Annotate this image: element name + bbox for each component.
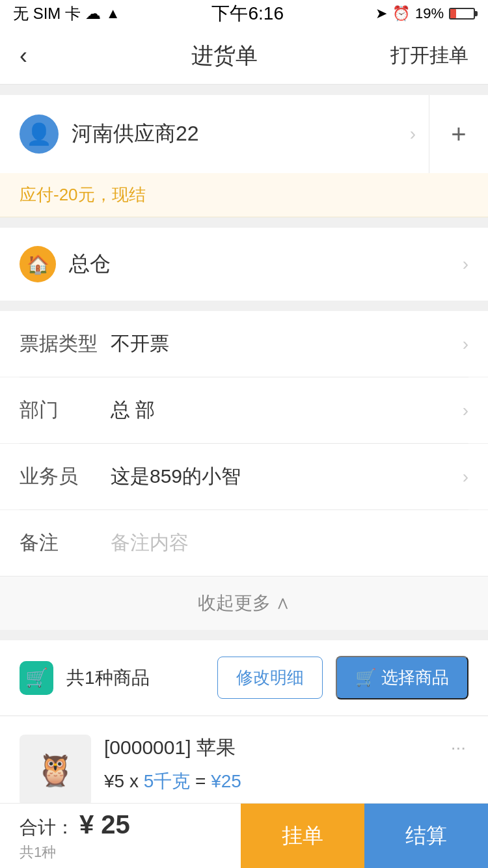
total-count: 共1种 — [20, 843, 221, 862]
page-title: 进货单 — [191, 41, 258, 71]
collapse-button[interactable]: 收起更多 ∧ — [0, 576, 488, 630]
product-info: [0000001] 苹果 ¥5 x 5千克 = ¥25 — [104, 735, 435, 794]
status-bar-left: 无 SIM 卡 ☁ ▲ — [13, 3, 120, 24]
dept-label: 部门 — [20, 397, 111, 424]
chevron-right-icon: › — [463, 400, 468, 421]
products-icon: 🛒 — [20, 661, 53, 695]
sales-label: 业务员 — [20, 463, 111, 490]
product-price: ¥5 x 5千克 = ¥25 — [104, 769, 435, 794]
select-product-button[interactable]: 🛒 选择商品 — [336, 656, 468, 699]
dept-value: 总 部 — [111, 397, 463, 424]
cart-icon: 🛒 — [355, 668, 376, 688]
status-bar: 无 SIM 卡 ☁ ▲ 下午6:16 ➤ ⏰ 19% — [0, 0, 488, 27]
products-count: 共1种商品 — [66, 666, 204, 690]
total-label: 合计： — [20, 815, 74, 840]
warehouse-name: 总仓 — [69, 250, 463, 278]
wifi-icon: ▲ — [106, 5, 120, 22]
battery-percent: 19% — [415, 5, 444, 22]
chevron-right-icon: › — [463, 254, 468, 275]
product-more-button[interactable]: ··· — [448, 735, 468, 761]
gap-1 — [0, 85, 488, 95]
supplier-row[interactable]: 👤 河南供应商22 › — [0, 95, 429, 173]
remark-label: 备注 — [20, 530, 111, 556]
invoice-type-row[interactable]: 票据类型 不开票 › — [0, 311, 488, 377]
hang-button[interactable]: 挂单 — [241, 804, 364, 869]
total-line1: 合计： ¥ 25 — [20, 810, 221, 840]
edit-detail-button[interactable]: 修改明细 — [217, 657, 323, 699]
back-button[interactable]: ‹ — [20, 42, 59, 70]
notice-bar: 应付-20元，现结 — [0, 173, 488, 217]
remark-row[interactable]: 备注 备注内容 — [0, 510, 488, 576]
status-bar-right: ➤ ⏰ 19% — [375, 5, 475, 22]
total-amount: ¥ 25 — [79, 810, 130, 839]
person-icon: 👤 — [26, 122, 52, 146]
checkout-button[interactable]: 结算 — [364, 804, 488, 869]
salesperson-row[interactable]: 业务员 这是859的小智 › — [0, 444, 488, 509]
remark-value[interactable]: 备注内容 — [111, 530, 468, 556]
gap-3 — [0, 301, 488, 311]
nav-bar: ‹ 进货单 打开挂单 — [0, 27, 488, 85]
products-header: 🛒 共1种商品 修改明细 🛒 选择商品 — [0, 640, 488, 715]
chevron-right-icon: › — [410, 124, 416, 144]
supplier-section: 👤 河南供应商22 › + — [0, 95, 488, 173]
department-row[interactable]: 部门 总 部 › — [0, 377, 488, 443]
footer-total: 合计： ¥ 25 共1种 — [0, 810, 241, 862]
sales-value: 这是859的小智 — [111, 463, 463, 490]
open-hang-button[interactable]: 打开挂单 — [390, 42, 468, 69]
product-name: [0000001] 苹果 — [104, 735, 435, 761]
sim-status: 无 SIM 卡 ☁ — [13, 3, 101, 24]
chevron-right-icon: › — [463, 467, 468, 487]
warehouse-icon: 🏠 — [20, 246, 56, 282]
warehouse-row[interactable]: 🏠 总仓 › — [0, 228, 488, 301]
battery-icon — [449, 8, 475, 20]
location-icon: ➤ — [375, 5, 387, 22]
supplier-name: 河南供应商22 — [72, 120, 410, 148]
invoice-value: 不开票 — [111, 331, 463, 357]
status-time: 下午6:16 — [211, 1, 284, 26]
add-supplier-button[interactable]: + — [429, 120, 488, 149]
gap-2 — [0, 217, 488, 228]
supplier-avatar: 👤 — [20, 115, 59, 154]
invoice-label: 票据类型 — [20, 331, 111, 357]
footer: 合计： ¥ 25 共1种 挂单 结算 — [0, 803, 488, 868]
chevron-right-icon: › — [463, 334, 468, 355]
alarm-icon: ⏰ — [392, 5, 410, 22]
owl-icon: 🦉 — [36, 752, 75, 789]
product-thumbnail: 🦉 — [20, 735, 91, 806]
